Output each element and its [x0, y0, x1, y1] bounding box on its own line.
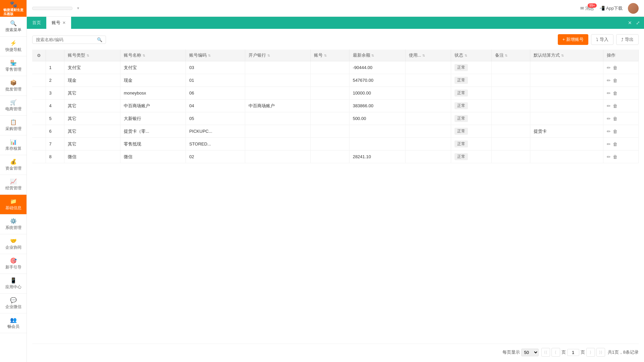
cell-remark: [491, 61, 530, 74]
cell-type: 其它: [64, 112, 120, 125]
action-buttons: ✏ 🗑: [607, 65, 635, 70]
col-type[interactable]: 账号类型 ⇅: [64, 50, 120, 61]
sidebar-item-guide[interactable]: 🎯 新手引导: [0, 254, 26, 274]
per-page-dropdown[interactable]: 50 100 200: [521, 349, 539, 356]
col-gear[interactable]: ⚙: [32, 50, 46, 61]
sidebar-item-system-mgmt[interactable]: ⚙️ 系统管理: [0, 215, 26, 234]
cell-gear: [32, 125, 46, 138]
cell-action: ✏ 🗑: [603, 87, 639, 100]
edit-button[interactable]: ✏: [607, 65, 611, 70]
edit-button[interactable]: ✏: [607, 141, 611, 147]
app-download-button[interactable]: 📲 App下载: [599, 5, 623, 11]
tab-home[interactable]: 首页: [27, 17, 46, 29]
cell-code: 01: [186, 74, 245, 87]
delete-button[interactable]: 🗑: [613, 141, 618, 147]
user-avatar[interactable]: [628, 3, 639, 14]
edit-button[interactable]: ✏: [607, 116, 611, 121]
cell-usage: [405, 100, 451, 112]
sidebar-item-purchase-mgmt[interactable]: 📋 采购管理: [0, 116, 26, 135]
cell-bank: [245, 74, 310, 87]
edit-button[interactable]: ✏: [607, 154, 611, 160]
table-row: 4 其它 中百商场账户 04 中百商场账户 383866.00 正常 ✏ 🗑: [32, 100, 639, 112]
delete-button[interactable]: 🗑: [613, 90, 618, 96]
delete-button[interactable]: 🗑: [613, 65, 618, 70]
account-table: ⚙ 账号类型 ⇅ 账号名称 ⇅ 账号编码 ⇅ 开户银行 ⇅ 账号 ⇅ 最新余额 …: [32, 50, 639, 163]
search-input[interactable]: [36, 37, 97, 42]
last-page-button[interactable]: ⟩⟩: [596, 348, 605, 357]
close-window-icon[interactable]: ✕: [627, 19, 633, 26]
tab-account-close[interactable]: ✕: [62, 20, 66, 25]
edit-button[interactable]: ✏: [607, 103, 611, 109]
tab-bar: 首页 账号 ✕ ✕ ⤢: [27, 17, 644, 29]
sidebar-item-capital-mgmt[interactable]: 💰 资金管理: [0, 155, 26, 175]
export-button[interactable]: ⤴ 导出: [616, 34, 639, 45]
delete-button[interactable]: 🗑: [613, 129, 618, 134]
wholesale-mgmt-icon: 📦: [10, 79, 17, 86]
sidebar-item-enterprise-agreement[interactable]: 🤝 企业协同: [0, 234, 26, 254]
first-page-button[interactable]: ⟨⟨: [541, 348, 550, 357]
sidebar-item-basic-info[interactable]: 📁 基础信息: [0, 195, 26, 215]
search-menu-icon: 🔍: [10, 20, 17, 26]
sidebar: 🐾 畅捷通财生意乐惠版 🔍 搜索菜单 ⚡ 快捷导航 🏪 零售管理 📦 批发管理 …: [0, 0, 27, 362]
sidebar-item-search-menu[interactable]: 🔍 搜索菜单: [0, 17, 26, 37]
sidebar-item-inventory[interactable]: 📊 库存核算: [0, 135, 26, 155]
sidebar-item-ecommerce-mgmt[interactable]: 🛒 电商管理: [0, 96, 26, 116]
delete-button[interactable]: 🗑: [613, 154, 618, 160]
pagination: 每页显示 50 100 200 ⟨⟨ ⟨ 页 页 ⟩ ⟩⟩ 共1页，8条记录: [32, 344, 639, 357]
delete-button[interactable]: 🗑: [613, 103, 618, 109]
dropdown-arrow-icon: ▼: [76, 6, 80, 10]
cell-type: 其它: [64, 100, 120, 112]
status-badge: 正常: [454, 89, 468, 97]
message-button[interactable]: ✉ 消息 99+: [580, 5, 594, 11]
search-box[interactable]: 🔍: [32, 36, 106, 44]
sidebar-item-enterprise-wechat[interactable]: 💬 企业微信: [0, 294, 26, 313]
status-badge: 正常: [454, 153, 468, 160]
cell-bank: [245, 138, 310, 150]
edit-button[interactable]: ✏: [607, 78, 611, 83]
sidebar-item-label: 库存核算: [5, 146, 21, 152]
enterprise-wechat-icon: 💬: [10, 297, 17, 303]
col-name[interactable]: 账号名称 ⇅: [120, 50, 186, 61]
cell-status: 正常: [451, 61, 491, 74]
col-remark[interactable]: 备注 ⇅: [491, 50, 530, 61]
col-usage[interactable]: 使用... ⇅: [405, 50, 451, 61]
content-area: 🔍 + 新增账号 ⤵ 导入 ⤴ 导出 ⚙: [27, 29, 644, 362]
delete-button[interactable]: 🗑: [613, 116, 618, 121]
cell-account: [311, 74, 350, 87]
col-code[interactable]: 账号编码 ⇅: [186, 50, 245, 61]
sidebar-item-wholesale-mgmt[interactable]: 📦 批发管理: [0, 76, 26, 96]
expand-window-icon[interactable]: ⤢: [635, 19, 641, 26]
sidebar-item-label: 资金管理: [5, 166, 21, 171]
prev-page-button[interactable]: ⟨: [551, 348, 560, 357]
col-bank[interactable]: 开户银行 ⇅: [245, 50, 310, 61]
page-input[interactable]: [567, 349, 579, 356]
col-balance[interactable]: 最新余额 ⇅: [349, 50, 405, 61]
action-buttons: ✏ 🗑: [607, 90, 635, 96]
sidebar-item-app-center[interactable]: 📱 应用中心: [0, 274, 26, 294]
cell-num: 3: [46, 87, 64, 100]
add-account-button[interactable]: + 新增账号: [558, 34, 588, 45]
cell-code: PICKUPC...: [186, 125, 245, 138]
delete-button[interactable]: 🗑: [613, 78, 618, 83]
sidebar-item-label: 批发管理: [5, 86, 21, 92]
sidebar-item-quick-nav[interactable]: ⚡ 快捷导航: [0, 37, 26, 56]
next-page-button[interactable]: ⟩: [586, 348, 595, 357]
cell-settle: 提货卡: [530, 125, 603, 138]
cell-action: ✏ 🗑: [603, 100, 639, 112]
cell-usage: [405, 61, 451, 74]
sidebar-item-member[interactable]: 👥 畅会员: [0, 313, 26, 333]
edit-button[interactable]: ✏: [607, 90, 611, 96]
sidebar-item-label: 基础信息: [5, 205, 21, 211]
cell-account: [311, 138, 350, 150]
sidebar-item-operation-mgmt[interactable]: 📈 经营管理: [0, 175, 26, 195]
quick-nav-icon: ⚡: [10, 40, 17, 46]
cell-name: 零售抵现: [120, 138, 186, 150]
table-row: 2 现金 现金 01 547670.00 正常 ✏ 🗑: [32, 74, 639, 87]
edit-button[interactable]: ✏: [607, 129, 611, 134]
col-account[interactable]: 账号 ⇅: [311, 50, 350, 61]
col-settle[interactable]: 默认结算方式 ⇅: [530, 50, 603, 61]
tab-account[interactable]: 账号 ✕: [46, 17, 71, 29]
sidebar-item-retail-mgmt[interactable]: 🏪 零售管理: [0, 56, 26, 76]
col-status[interactable]: 状态 ⇅: [451, 50, 491, 61]
import-button[interactable]: ⤵ 导入: [591, 34, 613, 45]
